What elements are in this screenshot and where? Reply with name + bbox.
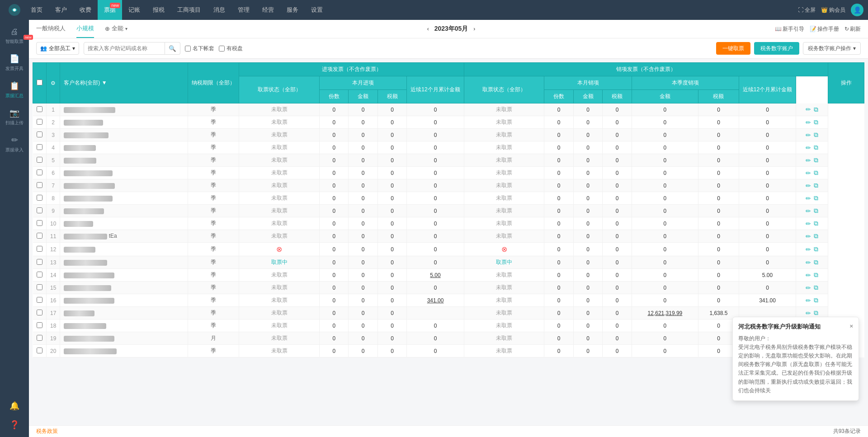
copy-icon[interactable]: ⧉: [814, 106, 818, 113]
sub-nav-general[interactable]: 一般纳税人: [36, 20, 66, 38]
nav-invoice[interactable]: 票据 new: [98, 0, 122, 20]
customer-name[interactable]: [60, 345, 188, 357]
copy-icon[interactable]: ⧉: [814, 131, 818, 139]
sidebar-item-entry[interactable]: ✏ 票据录入: [1, 132, 28, 157]
nav-settings[interactable]: 设置: [305, 0, 329, 20]
nav-business[interactable]: 工商项目: [171, 0, 207, 20]
select-all-checkbox[interactable]: [37, 80, 42, 85]
sidebar-item-help[interactable]: ❓: [1, 416, 28, 433]
nav-business2[interactable]: 经营: [256, 0, 280, 20]
copy-icon[interactable]: ⧉: [814, 207, 818, 215]
customer-name[interactable]: [60, 307, 188, 320]
edit-icon[interactable]: ✏: [806, 272, 811, 279]
customer-name[interactable]: [60, 294, 188, 307]
nav-home[interactable]: 首页: [24, 0, 49, 20]
digital-account-btn[interactable]: 税务数字账户: [754, 42, 799, 55]
copy-icon[interactable]: ⧉: [814, 245, 818, 253]
customer-name[interactable]: [60, 256, 188, 269]
tax-policy-link[interactable]: 税务政策: [36, 428, 58, 435]
copy-icon[interactable]: ⧉: [814, 194, 818, 202]
sidebar-item-notification[interactable]: 🔔: [1, 397, 28, 414]
sidebar-item-invoice-summary[interactable]: 📋 票据汇总: [1, 77, 28, 103]
col-tax-period[interactable]: 纳税期限（全部）: [188, 63, 239, 103]
member-btn[interactable]: 👑 购会员: [821, 6, 845, 14]
nav-fee[interactable]: 收费: [73, 0, 98, 20]
edit-icon[interactable]: ✏: [806, 157, 811, 164]
sub-nav-all[interactable]: ⊕ 全能 ▾: [105, 20, 127, 38]
subaccount-checkbox[interactable]: [185, 46, 191, 52]
copy-icon[interactable]: ⧉: [814, 296, 818, 304]
fullscreen-btn[interactable]: ⛶ 全屏: [798, 6, 816, 14]
copy-icon[interactable]: ⧉: [814, 271, 818, 279]
copy-icon[interactable]: ⧉: [814, 258, 818, 266]
edit-icon[interactable]: ✏: [806, 220, 811, 227]
app-logo[interactable]: [5, 0, 24, 20]
nav-message[interactable]: 消息: [207, 0, 231, 20]
customer-name[interactable]: tEa: [60, 230, 188, 243]
sidebar-item-invoice-open[interactable]: 📄 发票开具: [1, 50, 28, 75]
col-out-status[interactable]: 取票状态（全部）: [464, 76, 544, 103]
customer-name[interactable]: [60, 179, 188, 192]
customer-name[interactable]: [60, 167, 188, 179]
edit-icon[interactable]: ✏: [806, 132, 811, 139]
customer-name[interactable]: [60, 192, 188, 205]
customer-name[interactable]: [60, 282, 188, 294]
copy-icon[interactable]: ⧉: [814, 284, 818, 291]
nav-customer[interactable]: 客户: [49, 0, 73, 20]
customer-name[interactable]: [60, 141, 188, 154]
copy-icon[interactable]: ⧉: [814, 156, 818, 164]
customer-name[interactable]: [60, 103, 188, 116]
edit-icon[interactable]: ✏: [806, 310, 811, 317]
employee-select[interactable]: 👥 全部员工 ▾: [36, 42, 79, 55]
search-button[interactable]: 🔍: [165, 42, 180, 55]
edit-icon[interactable]: ✏: [806, 195, 811, 202]
copy-icon[interactable]: ⧉: [814, 309, 818, 317]
edit-icon[interactable]: ✏: [806, 259, 811, 266]
edit-icon[interactable]: ✏: [806, 106, 811, 113]
customer-name[interactable]: [60, 332, 188, 345]
customer-name[interactable]: [60, 320, 188, 332]
period-prev-btn[interactable]: ‹: [427, 26, 429, 32]
copy-icon[interactable]: ⧉: [814, 232, 818, 240]
edit-icon[interactable]: ✏: [806, 182, 811, 189]
checkbox-subaccount[interactable]: 名下帐套: [185, 45, 214, 52]
col-customer[interactable]: 客户名称(全部) ▼: [60, 63, 188, 103]
digital-ops-btn[interactable]: 税务数字账户操作 ▾: [803, 42, 861, 55]
notification-close-btn[interactable]: ×: [849, 323, 853, 331]
copy-icon[interactable]: ⧉: [814, 144, 818, 151]
period-next-btn[interactable]: ›: [473, 26, 475, 32]
nav-service[interactable]: 服务: [280, 0, 305, 20]
manual-btn[interactable]: 📝 操作手册: [810, 25, 839, 33]
nav-accounting[interactable]: 记账: [122, 0, 146, 20]
edit-icon[interactable]: ✏: [806, 207, 811, 215]
sidebar-item-smart-ticket[interactable]: 🖨 智能取票 new: [1, 23, 28, 48]
customer-name[interactable]: [60, 243, 188, 256]
refresh-btn[interactable]: ↻ 刷新: [844, 25, 861, 33]
edit-icon[interactable]: ✏: [806, 246, 811, 253]
search-input[interactable]: [84, 42, 165, 55]
col-in-status[interactable]: 取票状态（全部）: [239, 76, 320, 103]
copy-icon[interactable]: ⧉: [814, 182, 818, 189]
nav-tax[interactable]: 报税: [146, 0, 171, 20]
sub-nav-small[interactable]: 小规模: [76, 20, 94, 38]
customer-name[interactable]: [60, 217, 188, 230]
checkbox-taxdisk[interactable]: 有税盘: [219, 45, 243, 52]
copy-icon[interactable]: ⧉: [814, 118, 818, 126]
edit-icon[interactable]: ✏: [806, 284, 811, 291]
customer-name[interactable]: [60, 205, 188, 217]
copy-icon[interactable]: ⧉: [814, 220, 818, 227]
edit-icon[interactable]: ✏: [806, 119, 811, 126]
nav-manage[interactable]: 管理: [231, 0, 256, 20]
edit-icon[interactable]: ✏: [806, 144, 811, 151]
copy-icon[interactable]: ⧉: [814, 169, 818, 177]
quick-ticket-btn[interactable]: 一键取票: [716, 42, 750, 55]
user-avatar[interactable]: 👤: [851, 4, 863, 16]
taxdisk-checkbox[interactable]: [219, 46, 225, 52]
new-guide-btn[interactable]: 📖 新手引导: [775, 25, 804, 33]
sidebar-item-scan[interactable]: 📷 扫描上传: [1, 104, 28, 130]
edit-icon[interactable]: ✏: [806, 169, 811, 177]
customer-name[interactable]: [60, 269, 188, 282]
edit-icon[interactable]: ✏: [806, 233, 811, 240]
customer-name[interactable]: [60, 116, 188, 129]
edit-icon[interactable]: ✏: [806, 297, 811, 304]
